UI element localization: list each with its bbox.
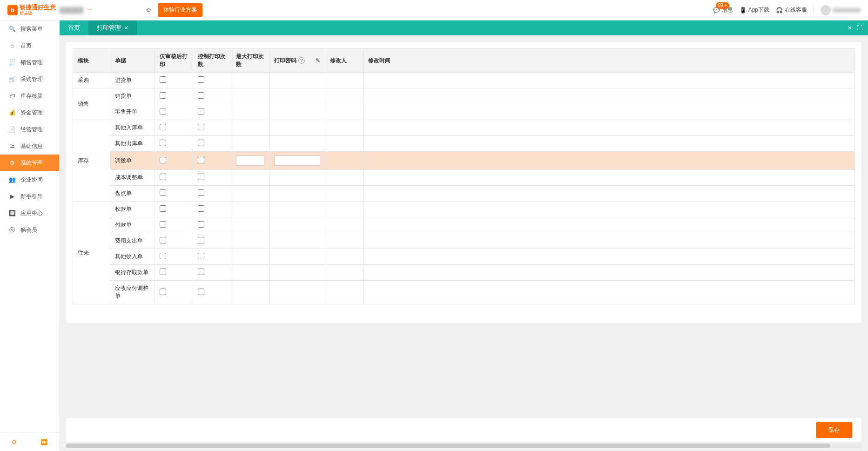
sidebar-item-label: 采购管理 (20, 75, 43, 83)
online-service-label: 在线客服 (785, 6, 807, 14)
table-row: 调拨单 (73, 152, 855, 170)
audit-checkbox[interactable] (160, 189, 166, 196)
audit-checkbox[interactable] (160, 269, 166, 275)
sidebar-item-vip[interactable]: Ⓥ畅会员 (0, 222, 59, 238)
ctrl-checkbox[interactable] (198, 174, 204, 180)
help-icon[interactable]: ? (298, 57, 305, 64)
edit-icon[interactable]: ✎ (316, 57, 320, 64)
ctrl-checkbox[interactable] (198, 189, 204, 196)
audit-checkbox[interactable] (160, 289, 166, 295)
fullscreen-icon[interactable]: ⛶ (857, 25, 862, 31)
settings-icon[interactable]: ⚙ (146, 7, 151, 13)
modtime-cell (363, 281, 855, 304)
audit-checkbox[interactable] (160, 140, 166, 146)
audit-checkbox[interactable] (160, 253, 166, 259)
sidebar-item-label: 搜索菜单 (20, 25, 43, 33)
app-download-button[interactable]: 📱 App下载 (740, 6, 769, 14)
max-input[interactable] (236, 155, 264, 166)
audit-checkbox[interactable] (160, 76, 166, 83)
industry-scheme-button[interactable]: 体验行业方案 (158, 3, 202, 17)
sales-icon: 🧾 (8, 59, 16, 66)
audit-checkbox[interactable] (160, 174, 166, 180)
scrollbar-thumb[interactable] (66, 444, 830, 448)
doc-cell: 费用支出单 (110, 233, 155, 249)
audit-checkbox[interactable] (160, 157, 166, 163)
sidebar-item-appcenter[interactable]: 🔲应用中心 (0, 205, 59, 222)
ctrl-checkbox[interactable] (198, 289, 204, 295)
ctrl-checkbox[interactable] (198, 237, 204, 243)
ctrl-checkbox[interactable] (198, 253, 204, 259)
save-button[interactable]: 保存 (816, 422, 852, 438)
audit-cell (155, 265, 193, 281)
pwd-input[interactable] (274, 155, 320, 166)
ctrl-cell (193, 104, 231, 120)
sidebar-item-fund[interactable]: 💰资金管理 (0, 104, 59, 121)
audit-cell (155, 136, 193, 152)
user-menu[interactable] (821, 5, 861, 15)
table-row: 盘点单 (73, 186, 855, 202)
headset-icon: 🎧 (776, 7, 783, 13)
ctrl-checkbox[interactable] (198, 269, 204, 275)
audit-checkbox[interactable] (160, 124, 166, 130)
audit-checkbox[interactable] (160, 205, 166, 212)
sidebar-collapse-icon[interactable]: ⏩ (40, 439, 47, 445)
max-cell (231, 233, 269, 249)
footer-bar: 保存 (66, 417, 861, 442)
sidebar-item-label: 应用中心 (20, 209, 43, 217)
table-row: 其他收入单 (73, 249, 855, 265)
modtime-cell (363, 88, 855, 104)
appcenter-icon: 🔲 (8, 209, 16, 217)
sidebar-item-coop[interactable]: 👥企业协同 (0, 171, 59, 188)
sidebar-item-purchase[interactable]: 🛒采购管理 (0, 71, 59, 88)
phone-icon: 📱 (740, 7, 747, 13)
sidebar-item-search[interactable]: 🔍搜索菜单 (0, 20, 59, 37)
audit-checkbox[interactable] (160, 221, 166, 228)
audit-checkbox[interactable] (160, 237, 166, 243)
pwd-cell (269, 265, 325, 281)
pwd-cell (269, 120, 325, 136)
tabs-close-all-icon[interactable]: ✕ (848, 25, 852, 31)
table-row: 往来收款单 (73, 202, 855, 217)
brand-edition: 精品版 (20, 10, 56, 16)
table-row: 付款单 (73, 217, 855, 233)
ctrl-checkbox[interactable] (198, 140, 204, 146)
sidebar-item-biz[interactable]: 📄经营管理 (0, 121, 59, 138)
tab-home[interactable]: 首页 (60, 20, 88, 35)
pwd-cell (269, 249, 325, 265)
pwd-cell (269, 170, 325, 186)
ctrl-checkbox[interactable] (198, 157, 204, 163)
th-ctrl: 控制打印次数 (193, 49, 231, 73)
audit-checkbox[interactable] (160, 108, 166, 114)
modtime-cell (363, 170, 855, 186)
ctrl-checkbox[interactable] (198, 221, 204, 228)
sidebar-item-label: 基础信息 (20, 142, 43, 150)
ctrl-checkbox[interactable] (198, 76, 204, 83)
ctrl-checkbox[interactable] (198, 124, 204, 130)
sidebar-settings-icon[interactable]: ⚙ (12, 439, 17, 445)
doc-cell: 零售开单 (110, 104, 155, 120)
tab-print-manage[interactable]: 打印管理 ✕ (88, 20, 137, 35)
sidebar-item-home[interactable]: ⌂首页 (0, 37, 59, 54)
messages-button[interactable]: 99 + 💬 消息 (713, 6, 733, 14)
org-selector[interactable]: ██████ ﹀ (60, 6, 143, 14)
sidebar-item-base[interactable]: 🗂基础信息 (0, 138, 59, 155)
table-row: 银行存取款单 (73, 265, 855, 281)
horizontal-scrollbar[interactable] (66, 444, 861, 448)
sidebar-item-stockacct[interactable]: 🏷库存核算 (0, 88, 59, 104)
sidebar-item-sales[interactable]: 🧾销售管理 (0, 54, 59, 71)
ctrl-checkbox[interactable] (198, 92, 204, 99)
modtime-cell (363, 73, 855, 88)
tab-close-icon[interactable]: ✕ (124, 25, 128, 31)
pwd-cell (269, 136, 325, 152)
ctrl-checkbox[interactable] (198, 205, 204, 212)
audit-checkbox[interactable] (160, 92, 166, 99)
ctrl-cell (193, 88, 231, 104)
modtime-cell (363, 186, 855, 202)
ctrl-checkbox[interactable] (198, 108, 204, 114)
tab-print-manage-label: 打印管理 (97, 24, 121, 32)
online-service-button[interactable]: 🎧 在线客服 (776, 6, 807, 14)
sidebar-item-guide[interactable]: ▶新手引导 (0, 188, 59, 205)
sidebar-item-sys[interactable]: ⚙系统管理 (0, 155, 59, 171)
fund-icon: 💰 (8, 109, 16, 116)
modifier-cell (325, 281, 363, 304)
